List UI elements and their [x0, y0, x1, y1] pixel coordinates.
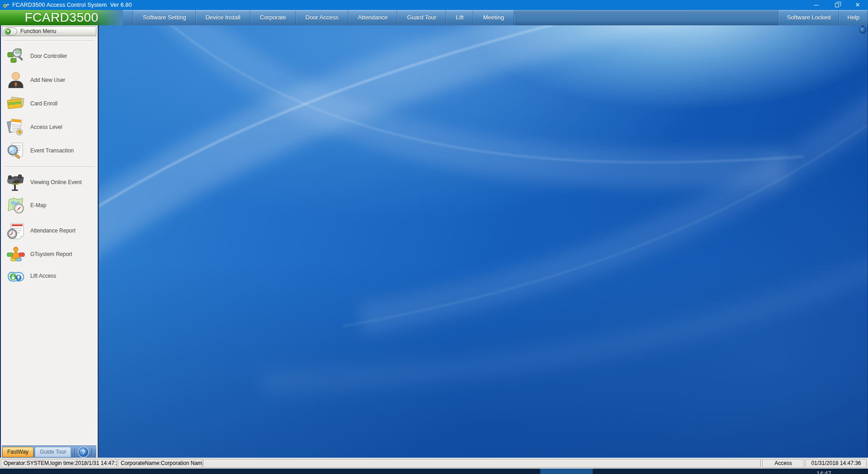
sidebar-item-label: Door Controller: [30, 53, 67, 59]
sidebar-item-card-enroll[interactable]: Card Enroll: [6, 92, 96, 115]
maximize-button[interactable]: [826, 0, 847, 10]
sidebar-item-lift-access[interactable]: Lift Access: [6, 264, 96, 288]
sidebar-divider: [4, 166, 94, 167]
stopwatch-report-icon: [6, 221, 25, 240]
menu-lift[interactable]: Lift: [446, 10, 473, 25]
sidebar-item-viewing-online-event[interactable]: Viewing Online Event: [6, 171, 96, 194]
card-enroll-icon: [6, 94, 25, 113]
sidebar-item-label: Event Transaction: [30, 147, 74, 154]
function-menu-sidebar: Function Menu Door Controller: [1, 25, 99, 458]
menu-guard-tour[interactable]: Guard Tour: [397, 10, 446, 25]
sidebar-item-attendance-report[interactable]: Attendance Report: [6, 219, 96, 242]
menu-right: Software Locked Help: [778, 10, 868, 25]
desktop-wallpaper: [99, 25, 868, 458]
sidebar-item-gtsystem-report[interactable]: GTsystem Report: [6, 242, 96, 266]
wallpaper-swoosh-graphic: [99, 25, 868, 458]
close-icon: ×: [855, 1, 859, 9]
brand-logo-text: FCARD3500: [24, 10, 98, 24]
menu-corporate[interactable]: Corporate: [250, 10, 296, 25]
minimize-icon: [814, 5, 819, 5]
menubar: FCARD3500 Software Setting Device Instal…: [0, 10, 868, 25]
restore-icon: [835, 3, 839, 7]
tab-fastway[interactable]: FastWay: [2, 447, 33, 457]
brand-logo: FCARD3500: [0, 10, 123, 25]
sidebar-tabbar: FastWay Guide Tour ?: [2, 446, 96, 458]
status-mode: Access: [762, 459, 804, 468]
sidebar-item-label: Card Enroll: [30, 100, 57, 107]
taskbar-active-app-button[interactable]: [540, 469, 593, 474]
function-menu-header[interactable]: Function Menu: [2, 26, 96, 36]
statusbar: Operator:SYSTEM,login time:2018/1/31 14:…: [0, 458, 868, 469]
collapse-pill[interactable]: [4, 28, 17, 35]
minimize-button[interactable]: [806, 0, 826, 10]
sidebar-item-door-controller[interactable]: Door Controller: [6, 44, 96, 68]
status-operator: Operator:SYSTEM,login time:2018/1/31 14:…: [1, 459, 117, 468]
menu-software-locked[interactable]: Software Locked: [778, 10, 839, 25]
menu-door-access[interactable]: Door Access: [296, 10, 348, 25]
sidebar-item-label: Viewing Online Event: [30, 179, 82, 185]
function-menu-title: Function Menu: [20, 28, 56, 34]
add-new-user-icon: [6, 71, 25, 90]
menu-items: Software Setting Device Install Corporat…: [133, 10, 514, 25]
panel-handle-knob[interactable]: [859, 27, 866, 33]
menu-meeting[interactable]: Meeting: [473, 10, 513, 25]
os-taskbar-sliver: 14:47: [0, 469, 868, 474]
menubar-spacer: [514, 10, 778, 25]
lift-access-icon: [6, 266, 25, 285]
tabbar-separator: [75, 448, 75, 456]
menu-device-install[interactable]: Device Install: [195, 10, 250, 25]
sidebar-divider: [4, 40, 94, 41]
app-key-icon: [3, 2, 9, 9]
taskbar-clock: 14:47: [816, 470, 831, 474]
menu-help[interactable]: Help: [839, 10, 868, 25]
status-message-panel: [203, 459, 761, 468]
chevron-down-icon: [5, 28, 11, 34]
tabbar-separator: [92, 448, 92, 456]
window-title: FCARD3500 Access Control System Ver 6.80: [12, 2, 132, 8]
sidebar-item-access-level[interactable]: Access Level: [6, 115, 96, 139]
sidebar-item-label: E-Map: [30, 202, 46, 209]
event-transaction-icon: [6, 141, 25, 160]
window-controls: ×: [806, 0, 868, 10]
tab-guide-tour[interactable]: Guide Tour: [35, 447, 71, 457]
sidebar-item-add-new-user[interactable]: Add New User: [6, 68, 96, 92]
binoculars-icon: [6, 173, 25, 192]
app-window: FCARD3500 Access Control System Ver 6.80…: [0, 0, 868, 474]
sidebar-item-label: Add New User: [30, 77, 65, 83]
sidebar-item-label: Lift Access: [30, 273, 56, 279]
sidebar-item-e-map[interactable]: E-Map: [6, 194, 96, 217]
status-corporate-name: CorporateName:Corporation Name: [118, 459, 203, 468]
gtsystem-report-icon: [6, 245, 25, 264]
door-controller-icon: [6, 47, 25, 66]
help-icon[interactable]: ?: [79, 447, 88, 457]
menu-software-setting[interactable]: Software Setting: [133, 10, 195, 25]
sidebar-item-label: Attendance Report: [30, 228, 75, 234]
sidebar-item-label: Access Level: [30, 124, 62, 130]
close-button[interactable]: ×: [847, 0, 868, 10]
titlebar: FCARD3500 Access Control System Ver 6.80…: [0, 0, 868, 10]
sidebar-item-label: GTsystem Report: [30, 251, 72, 257]
map-compass-icon: [6, 196, 25, 215]
status-datetime: 01/31/2018 14:47:36: [806, 459, 867, 468]
menu-attendance[interactable]: Attendance: [348, 10, 397, 25]
content-area: Function Menu Door Controller: [0, 25, 868, 458]
access-level-icon: [6, 118, 25, 137]
sidebar-item-event-transaction[interactable]: Event Transaction: [6, 139, 96, 162]
